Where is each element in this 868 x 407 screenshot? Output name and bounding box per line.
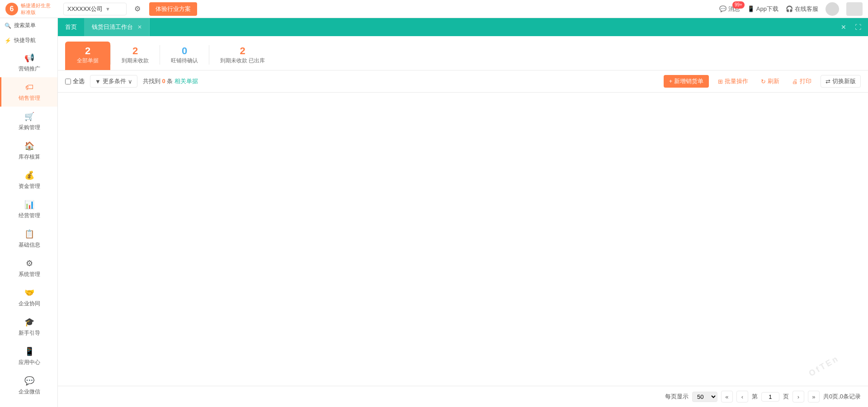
marketing-icon: 📢	[24, 52, 35, 63]
stats-tab-shipped[interactable]: 2 到期未收款 已出库	[209, 42, 276, 70]
found-text: 共找到 0 条 相关单据	[143, 77, 198, 85]
print-button[interactable]: 🖨 打印	[788, 75, 815, 87]
settings-button[interactable]: ⚙	[130, 2, 145, 16]
sidebar-item-label: 企业微信	[19, 388, 40, 396]
sidebar-item-member[interactable]: V 畅会员	[0, 400, 57, 407]
sidebar-item-label: 营销推广	[19, 65, 40, 73]
sidebar-item-label: 企业协同	[19, 300, 40, 308]
sidebar-item-label: 经营管理	[19, 212, 40, 220]
quick-nav-label: 快捷导航	[14, 37, 36, 44]
sidebar-item-purchase[interactable]: 🛒 采购管理	[0, 107, 57, 136]
stats-tabs: 2 全部单据 2 到期未收款 0 旺铺待确认 2 到期未收款 已出库	[58, 36, 868, 70]
message-badge: 99+	[732, 1, 745, 9]
sidebar-item-label: 基础信息	[19, 241, 40, 249]
toolbar: 全选 ▼ 更多条件 ∨ 共找到 0 条 相关单据 + 新增销货单 ⊞	[58, 70, 868, 93]
trial-button[interactable]: 体验行业方案	[149, 2, 197, 16]
found-count: 0	[162, 78, 165, 84]
service-icon: 🎧	[786, 5, 793, 12]
message-icon: 💬	[719, 5, 726, 12]
enterprise-icon: 🤝	[24, 287, 35, 298]
sidebar-item-label: 库存核算	[19, 153, 40, 161]
company-selector[interactable]: XXXXXX公司 ▼	[63, 3, 127, 15]
sidebar-item-beginner[interactable]: 🎓 新手引导	[0, 312, 57, 342]
add-sales-order-button[interactable]: + 新增销货单	[664, 75, 709, 88]
app-title: 畅捷通好生意	[21, 2, 51, 9]
sidebar-item-label: 采购管理	[19, 124, 40, 131]
sidebar-item-finance[interactable]: 💰 资金管理	[0, 165, 57, 195]
basic-info-icon: 📋	[24, 229, 35, 239]
next-page-button[interactable]: ›	[793, 391, 804, 402]
finance-icon: 💰	[24, 170, 35, 181]
tab-home[interactable]: 首页	[58, 18, 85, 36]
refresh-icon: ↻	[761, 78, 766, 85]
page-input[interactable]	[761, 392, 779, 402]
sidebar-item-basic-info[interactable]: 📋 基础信息	[0, 224, 57, 253]
prev-page-button[interactable]: ‹	[736, 391, 748, 402]
stats-tab-overdue[interactable]: 2 到期未收款	[111, 42, 160, 70]
sidebar-item-system[interactable]: ⚙ 系统管理	[0, 253, 57, 283]
sidebar-item-sales[interactable]: 🏷 销售管理	[0, 77, 57, 107]
first-page-button[interactable]: «	[721, 391, 733, 402]
print-icon: 🖨	[792, 78, 798, 85]
print-label: 打印	[800, 77, 811, 85]
sidebar-item-enterprise[interactable]: 🤝 企业协同	[0, 283, 57, 312]
tab-expand-button[interactable]: ⛶	[853, 22, 863, 33]
content-area: 首页 钱货日清工作台 ✕ ✕ ⛶ 2 全部单据 2	[58, 18, 868, 407]
table-area	[58, 93, 868, 386]
select-all-checkbox[interactable]: 全选	[65, 77, 85, 85]
page-content: 2 全部单据 2 到期未收款 0 旺铺待确认 2 到期未收款 已出库	[58, 36, 868, 407]
stats-label-pending: 旺铺待确认	[171, 57, 198, 65]
online-service-button[interactable]: 🎧 在线客服	[786, 5, 818, 13]
select-all-input[interactable]	[65, 79, 71, 84]
stats-tab-all[interactable]: 2 全部单据	[65, 42, 110, 70]
nav-icon: ⚡	[5, 37, 11, 44]
chevron-down-icon: ∨	[128, 78, 132, 85]
sidebar: 🔍 搜索菜单 ⚡ 快捷导航 📢 营销推广 🏷 销售管理 🛒 采购管理 🏠 库存核…	[0, 18, 58, 407]
avatar[interactable]	[826, 2, 839, 16]
tab-close-icon[interactable]: ✕	[137, 24, 142, 30]
switch-label: 切换新版	[832, 77, 856, 85]
stats-label-overdue: 到期未收款	[122, 57, 149, 65]
sidebar-item-app-center[interactable]: 📱 应用中心	[0, 342, 57, 371]
quick-nav-item[interactable]: ⚡ 快捷导航	[0, 33, 57, 48]
found-link[interactable]: 相关单据	[175, 78, 198, 84]
logo-icon: 6	[5, 3, 18, 15]
stats-count-overdue: 2	[132, 45, 138, 57]
sidebar-item-inventory[interactable]: 🏠 库存核算	[0, 136, 57, 165]
tab-close-button[interactable]: ✕	[838, 22, 849, 33]
per-page-select[interactable]: 50100	[692, 392, 717, 402]
header-right: 💬 消息 99+ 📱 App下载 🎧 在线客服	[719, 2, 863, 16]
stats-count-shipped: 2	[240, 45, 245, 57]
search-menu-label: 搜索菜单	[14, 22, 36, 29]
search-menu-item[interactable]: 🔍 搜索菜单	[0, 18, 57, 33]
app-download-button[interactable]: 📱 App下载	[747, 5, 778, 13]
message-button[interactable]: 💬 消息 99+	[719, 5, 740, 13]
refresh-button[interactable]: ↻ 刷新	[757, 75, 783, 87]
sidebar-item-wechat[interactable]: 💬 企业微信	[0, 371, 57, 400]
stats-tab-pending[interactable]: 0 旺铺待确认	[160, 42, 209, 70]
batch-operation-button[interactable]: ⊞ 批量操作	[714, 75, 752, 87]
tab-workbench-label: 钱货日清工作台	[92, 23, 133, 31]
sidebar-item-marketing[interactable]: 📢 营销推广	[0, 48, 57, 77]
tab-bar: 首页 钱货日清工作台 ✕ ✕ ⛶	[58, 18, 868, 36]
last-page-button[interactable]: »	[808, 391, 820, 402]
company-name: XXXXXX公司	[67, 5, 103, 13]
tab-workbench[interactable]: 钱货日清工作台 ✕	[85, 18, 150, 36]
batch-label: 批量操作	[725, 77, 748, 85]
sidebar-item-label: 新手引导	[19, 329, 40, 337]
user-name-area[interactable]	[846, 2, 863, 16]
app-center-icon: 📱	[24, 346, 35, 357]
inventory-icon: 🏠	[24, 140, 35, 151]
more-filter-button[interactable]: ▼ 更多条件 ∨	[90, 75, 137, 88]
stats-label-shipped: 到期未收款 已出库	[220, 57, 265, 65]
top-header: 6 畅捷通好生意 标准版 XXXXXX公司 ▼ ⚙ 体验行业方案 💬 消息 99…	[0, 0, 868, 18]
switch-version-button[interactable]: ⇄ 切换新版	[821, 75, 861, 88]
more-filter-label: 更多条件	[103, 77, 126, 85]
sidebar-item-operation[interactable]: 📊 经营管理	[0, 195, 57, 224]
batch-icon: ⊞	[718, 78, 723, 85]
per-page-label: 每页显示	[665, 393, 689, 401]
wechat-icon: 💬	[24, 375, 35, 386]
page-suffix: 页	[783, 393, 789, 401]
main-layout: 🔍 搜索菜单 ⚡ 快捷导航 📢 营销推广 🏷 销售管理 🛒 采购管理 🏠 库存核…	[0, 18, 868, 407]
chevron-down-icon: ▼	[105, 6, 110, 12]
